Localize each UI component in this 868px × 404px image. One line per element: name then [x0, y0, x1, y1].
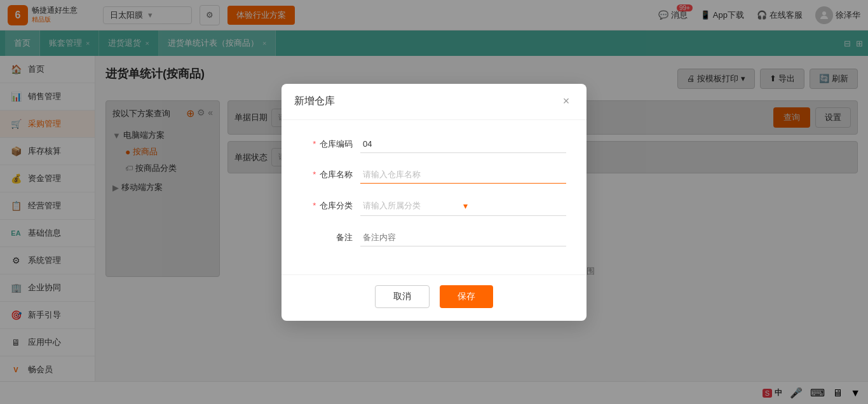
new-warehouse-modal: 新增仓库 × * 仓库编码 * 仓库名称: [281, 84, 587, 321]
modal-title: 新增仓库: [294, 95, 335, 108]
warehouse-remark-label: 备注: [302, 232, 353, 243]
warehouse-category-label: * 仓库分类: [302, 200, 353, 212]
category-dropdown-icon: ▾: [463, 201, 564, 211]
modal-overlay[interactable]: 新增仓库 × * 仓库编码 * 仓库名称: [0, 0, 868, 404]
warehouse-remark-input[interactable]: [360, 229, 566, 246]
warehouse-name-input[interactable]: [360, 166, 566, 184]
warehouse-code-input[interactable]: [360, 135, 566, 153]
cancel-button[interactable]: 取消: [375, 285, 430, 308]
modal-header: 新增仓库 ×: [281, 84, 587, 120]
warehouse-category-row: * 仓库分类 请输入所属分类 ▾: [302, 196, 566, 216]
modal-footer: 取消 保存: [281, 274, 587, 321]
warehouse-name-row: * 仓库名称: [302, 166, 566, 184]
warehouse-code-row: * 仓库编码: [302, 135, 566, 153]
warehouse-category-select[interactable]: 请输入所属分类 ▾: [360, 196, 566, 216]
save-button[interactable]: 保存: [440, 285, 493, 308]
warehouse-name-label: * 仓库名称: [302, 169, 353, 180]
modal-close-button[interactable]: ×: [559, 94, 574, 109]
warehouse-code-label: * 仓库编码: [302, 138, 353, 150]
modal-body: * 仓库编码 * 仓库名称 * 仓库分类 请输入所属: [281, 120, 587, 274]
warehouse-category-placeholder: 请输入所属分类: [363, 200, 463, 212]
warehouse-remark-row: 备注: [302, 229, 566, 246]
